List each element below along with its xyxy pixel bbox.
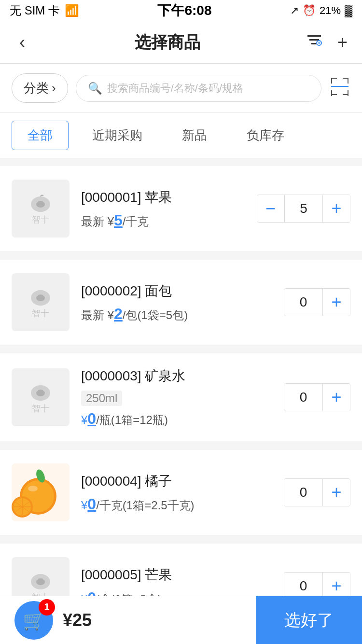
qty-box-water: + [284,383,350,411]
scan-button[interactable] [329,76,350,101]
product-controls-water: + [284,383,350,411]
product-item-bread: 智十 [0000002] 面包 最新 ¥2/包(1袋=5包) + [0,260,362,345]
cart-section: 🛒 1 ¥25 [0,601,256,640]
tab-new[interactable]: 新品 [166,121,223,150]
tab-recent[interactable]: 近期采购 [76,121,158,150]
increment-apple[interactable]: + [323,195,350,222]
cart-badge: 1 [39,599,55,616]
product-controls-apple: − + [257,195,350,223]
status-bar: 无 SIM 卡 📶 下午6:08 ↗ ⏰ 21% ▓ [0,0,362,21]
product-name-water: [0000003] 矿泉水 [81,367,272,385]
product-name-bread: [0000002] 面包 [81,282,272,300]
category-chevron: › [52,81,56,96]
carrier-text: 无 SIM 卡 [10,3,60,18]
svg-point-40 [34,576,38,580]
product-info-tangerine: [0000004] 橘子 ¥0/千克(1箱=2.5千克) [81,472,272,513]
svg-rect-9 [348,78,348,84]
category-label: 分类 [24,80,49,97]
bottom-bar: 🛒 1 ¥25 选好了 [0,596,362,644]
svg-rect-0 [307,35,321,37]
svg-rect-14 [331,86,348,87]
battery-text: 21% [320,4,341,17]
product-list: 智十 [0000001] 苹果 最新 ¥5/千克 − + [0,166,362,644]
product-info-bread: [0000002] 面包 最新 ¥2/包(1袋=5包) [81,282,272,323]
product-thumb-bread: 智十 [12,273,70,331]
back-button[interactable]: ‹ [14,28,30,57]
qty-input-water[interactable] [284,384,323,411]
product-spec-water: 250ml [81,391,122,406]
svg-point-21 [34,293,38,296]
svg-point-26 [43,388,47,392]
product-name-apple: [0000001] 苹果 [81,188,245,207]
svg-rect-7 [331,78,332,84]
status-right: ↗ ⏰ 21% ▓ [290,4,352,17]
svg-point-17 [34,199,38,203]
filter-bar: 分类 › 🔍 搜索商品编号/名称/条码/规格 [0,64,362,113]
product-price-tangerine: ¥0/千克(1箱=2.5千克) [81,495,272,513]
svg-point-22 [43,293,47,296]
product-controls-bread: + [284,288,350,316]
qty-box-bread: + [284,288,350,316]
alarm-icon: ⏰ [303,4,316,17]
product-controls-tangerine: + [284,478,350,506]
qty-input-tangerine[interactable] [284,479,323,506]
status-time: 下午6:08 [157,1,211,20]
svg-point-41 [43,576,47,580]
product-price-apple: 最新 ¥5/千克 [81,211,245,229]
qty-box-tangerine: + [284,478,350,506]
search-icon: 🔍 [88,82,102,95]
product-price-bread: 最新 ¥2/包(1袋=5包) [81,305,272,323]
category-button[interactable]: 分类 › [12,73,68,103]
search-box[interactable]: 🔍 搜索商品编号/名称/条码/规格 [76,75,321,102]
add-button[interactable]: + [337,32,348,53]
svg-rect-11 [331,90,332,96]
product-item-tangerine: [0000004] 橘子 ¥0/千克(1箱=2.5千克) + [0,450,362,535]
decrement-apple[interactable]: − [257,195,284,222]
product-info-water: [0000003] 矿泉水 250ml ¥0/瓶(1箱=12瓶) [81,367,272,428]
tab-negative[interactable]: 负库存 [231,121,300,150]
battery-icon: ▓ [345,4,352,17]
page-title: 选择商品 [135,31,200,54]
search-placeholder: 搜索商品编号/名称/条码/规格 [107,81,243,96]
placeholder-brand: 智十 [32,214,49,225]
tab-all[interactable]: 全部 [12,121,69,150]
increment-water[interactable]: + [323,384,350,411]
placeholder-brand-3: 智十 [32,403,49,414]
qty-box-apple: − + [257,195,350,223]
qty-input-bread[interactable] [284,289,323,316]
product-thumb-water: 智十 [12,368,70,426]
location-icon: ↗ [290,4,299,17]
svg-rect-1 [309,39,319,41]
increment-bread[interactable]: + [323,289,350,316]
tab-bar: 全部 近期采购 新品 负库存 [0,113,362,158]
placeholder-brand-2: 智十 [32,308,49,319]
svg-point-18 [43,199,47,203]
nav-bar: ‹ 选择商品 + [0,21,362,64]
product-name-mango: [0000005] 芒果 [81,566,272,584]
product-thumb-apple: 智十 [12,180,70,238]
product-price-water: ¥0/瓶(1箱=12瓶) [81,410,272,428]
confirm-button[interactable]: 选好了 [256,596,362,644]
cart-total: ¥25 [63,610,92,630]
increment-tangerine[interactable]: + [323,479,350,506]
filter-button[interactable] [306,31,323,53]
wifi-icon: 📶 [65,4,79,17]
svg-point-25 [34,388,38,392]
product-item-apple: 智十 [0000001] 苹果 最新 ¥5/千克 − + [0,166,362,251]
product-thumb-tangerine [12,463,70,521]
cart-button[interactable]: 🛒 1 [14,601,53,640]
svg-point-30 [28,486,38,491]
product-name-tangerine: [0000004] 橘子 [81,472,272,490]
product-item-water: 智十 [0000003] 矿泉水 250ml ¥0/瓶(1箱=12瓶) + [0,353,362,441]
qty-input-apple[interactable] [284,195,323,222]
product-info-apple: [0000001] 苹果 最新 ¥5/千克 [81,188,245,229]
nav-actions: + [306,31,348,53]
svg-rect-13 [348,90,348,96]
status-carrier: 无 SIM 卡 📶 [10,3,79,18]
